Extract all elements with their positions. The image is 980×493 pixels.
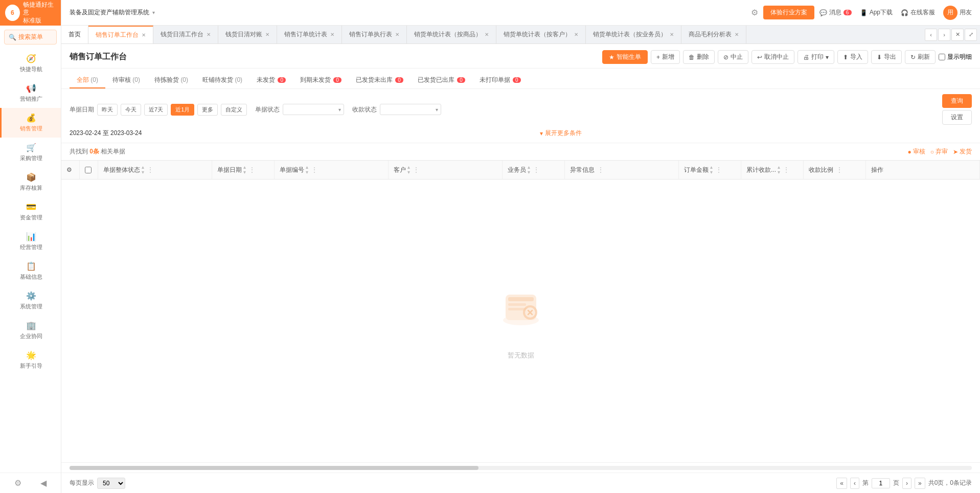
tab-close-icon[interactable]: ✕ [330, 32, 334, 37]
app-download-button[interactable]: 📱 App下载 [860, 8, 893, 17]
last-page-button[interactable]: » [915, 478, 925, 489]
export-button[interactable]: ⬇ 导出 [871, 50, 902, 64]
expand-conditions-button[interactable]: ▾ 展开更多条件 [540, 129, 582, 138]
sort-collected-icon[interactable]: ▴▾ [778, 165, 780, 175]
tab-close-icon[interactable]: ✕ [574, 32, 578, 37]
resize-handle[interactable]: ⋮ [412, 166, 421, 173]
prev-page-button[interactable]: ‹ [850, 478, 859, 489]
stop-button[interactable]: ⊘ 中止 [718, 50, 748, 64]
date-more-button[interactable]: 更多 [197, 104, 218, 116]
ship-action-button[interactable]: ➤ 发货 [953, 147, 972, 156]
page-number-input[interactable] [872, 478, 890, 488]
sidebar-item-sales[interactable]: 💰 销售管理 [0, 108, 61, 138]
sidebar-item-inventory[interactable]: 📦 库存核算 [0, 167, 61, 197]
tab-scroll-left-button[interactable]: ‹ [925, 29, 937, 41]
topbar-settings-icon[interactable]: ⚙ [751, 8, 758, 17]
review-action-button[interactable]: ● 审核 [908, 147, 925, 156]
solution-button[interactable]: 体验行业方案 [763, 6, 814, 19]
first-page-button[interactable]: « [836, 478, 847, 489]
print-button[interactable]: 🖨 打印 ▾ [797, 50, 834, 64]
th-settings[interactable]: ⚙ [61, 161, 80, 179]
sidebar-item-operations[interactable]: 📊 经营管理 [0, 227, 61, 256]
sidebar-item-enterprise[interactable]: 🏢 企业协同 [0, 316, 61, 345]
page-size-select[interactable]: 50 20 100 [97, 478, 125, 489]
sidebar-item-finance[interactable]: 💳 资金管理 [0, 197, 61, 227]
show-detail-checkbox-label[interactable]: 显示明细 [939, 53, 972, 61]
horizontal-scrollbar[interactable] [61, 462, 980, 473]
tab-sales-stats[interactable]: 销售订单统计表 ✕ [277, 26, 342, 44]
sidebar-item-system[interactable]: ⚙️ 系统管理 [0, 286, 61, 316]
user-menu-button[interactable]: 用 用友 [943, 6, 972, 20]
delete-button[interactable]: 🗑 删除 [683, 50, 715, 64]
tab-home[interactable]: 首页 [61, 26, 88, 44]
sidebar-item-basic-info[interactable]: 📋 基础信息 [0, 256, 61, 286]
sort-date-icon[interactable]: ▴▾ [243, 165, 246, 175]
tab-goods-stats-staff[interactable]: 销货单统计表（按业务员） ✕ [586, 26, 681, 44]
tab-close-icon[interactable]: ✕ [207, 32, 211, 37]
date-last1m-button[interactable]: 近1月 [171, 104, 194, 116]
resize-handle[interactable]: ⋮ [596, 166, 605, 173]
search-settings-button[interactable]: 设置 [942, 110, 972, 125]
sort-staff-icon[interactable]: ▴▾ [528, 165, 530, 175]
resize-handle[interactable]: ⋮ [247, 166, 257, 173]
filter-tab-shipped-warehoused[interactable]: 已发货已出库 0 [411, 73, 472, 88]
sort-customer-icon[interactable]: ▴▾ [407, 165, 410, 175]
tab-cash-reconcile[interactable]: 钱货日清对账 ✕ [218, 26, 277, 44]
tab-sales-workbench[interactable]: 销售订单工作台 ✕ [88, 26, 153, 44]
tab-goods-stats-customer[interactable]: 销货单统计表（按客户） ✕ [496, 26, 586, 44]
tab-close-all-button[interactable]: ✕ [951, 29, 964, 41]
filter-tab-not-shipped[interactable]: 未发货 0 [249, 73, 293, 88]
tab-expand-button[interactable]: ⤢ [965, 29, 977, 41]
message-button[interactable]: 💬 消息 6 [819, 8, 852, 17]
status-select[interactable] [283, 104, 344, 115]
th-checkbox[interactable] [80, 161, 98, 179]
query-button[interactable]: 查询 [942, 94, 972, 108]
payment-select[interactable] [380, 104, 441, 115]
next-page-button[interactable]: › [902, 478, 911, 489]
tab-close-icon[interactable]: ✕ [735, 32, 739, 37]
tab-cash-daily[interactable]: 钱货日清工作台 ✕ [153, 26, 218, 44]
tab-close-icon[interactable]: ✕ [485, 32, 489, 37]
sort-amount-icon[interactable]: ▴▾ [710, 165, 713, 175]
filter-tab-overdue-not-shipped[interactable]: 到期未发货 0 [293, 73, 349, 88]
add-button[interactable]: + 新增 [651, 50, 680, 64]
filter-tab-pending-inspect[interactable]: 待拣验货 (0) [147, 73, 195, 88]
date-yesterday-button[interactable]: 昨天 [97, 104, 118, 116]
collapse-sidebar-button[interactable]: ◀ [40, 478, 47, 488]
resize-handle[interactable]: ⋮ [714, 166, 723, 173]
date-last7-button[interactable]: 近7天 [144, 104, 168, 116]
date-custom-button[interactable]: 自定义 [221, 104, 247, 116]
resize-handle[interactable]: ⋮ [532, 166, 541, 173]
tab-close-icon[interactable]: ✕ [670, 32, 674, 37]
import-button[interactable]: ⬆ 导入 [837, 50, 868, 64]
search-menu-button[interactable]: 🔍 搜索菜单 [4, 30, 57, 44]
cancel-stop-button[interactable]: ↩ 取消中止 [751, 50, 794, 64]
sort-number-icon[interactable]: ▴▾ [306, 165, 308, 175]
tab-scroll-right-button[interactable]: › [938, 29, 950, 41]
tab-close-icon[interactable]: ✕ [395, 32, 399, 37]
show-detail-checkbox[interactable] [939, 54, 945, 60]
cancel-review-action-button[interactable]: ○ 弃审 [930, 147, 948, 156]
settings-bottom-icon[interactable]: ⚙ [14, 478, 21, 488]
resize-handle[interactable]: ⋮ [835, 166, 844, 173]
resize-handle[interactable]: ⋮ [146, 166, 155, 173]
sidebar-item-purchase[interactable]: 🛒 采购管理 [0, 138, 61, 167]
date-today-button[interactable]: 今天 [121, 104, 141, 116]
filter-tab-not-printed[interactable]: 未打印单据 0 [472, 73, 528, 88]
tab-sales-exec[interactable]: 销售订单执行表 ✕ [342, 26, 407, 44]
sidebar-item-marketing[interactable]: 📢 营销推广 [0, 78, 61, 108]
smart-generate-button[interactable]: ★ 智能生单 [602, 50, 648, 64]
refresh-button[interactable]: ↻ 刷新 [905, 50, 936, 64]
tab-close-icon[interactable]: ✕ [265, 32, 269, 37]
sort-status-icon[interactable]: ▴▾ [142, 165, 144, 175]
scroll-thumb[interactable] [70, 466, 478, 470]
filter-tab-pending-review[interactable]: 待审核 (0) [105, 73, 147, 88]
tab-close-icon[interactable]: ✕ [142, 32, 146, 38]
filter-tab-all[interactable]: 全部 (0) [70, 73, 105, 88]
online-service-button[interactable]: 🎧 在线客服 [901, 8, 935, 17]
filter-tab-wangpu-pending[interactable]: 旺铺待发货 (0) [195, 73, 249, 88]
sidebar-item-quick-nav[interactable]: 🧭 快捷导航 [0, 49, 61, 78]
tab-goods-margin[interactable]: 商品毛利分析表 ✕ [681, 26, 746, 44]
resize-handle[interactable]: ⋮ [310, 166, 319, 173]
select-all-checkbox[interactable] [85, 167, 92, 173]
